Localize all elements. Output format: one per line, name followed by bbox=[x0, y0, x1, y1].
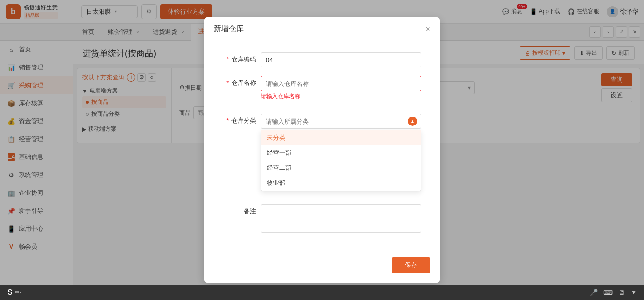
warehouse-category-label: * 仓库分类 bbox=[223, 114, 261, 125]
bottom-mic-icon[interactable]: 🎤 bbox=[590, 289, 598, 296]
warehouse-name-label: * 仓库名称 bbox=[223, 76, 261, 87]
category-input[interactable] bbox=[261, 114, 421, 129]
required-star-cat: * bbox=[226, 117, 229, 124]
bottom-bar: S 中· 🎤 ⌨ 🖥 ▼ bbox=[0, 285, 644, 300]
warehouse-code-row: * 仓库编码 bbox=[223, 52, 421, 67]
category-select-wrapper: ▲ 未分类 经营一部 经营二部 物业部 bbox=[261, 114, 421, 129]
brand-s-icon: S bbox=[8, 288, 13, 297]
dropdown-item-dept3[interactable]: 物业部 bbox=[261, 175, 421, 191]
bottom-brand-label: 中· bbox=[15, 289, 21, 296]
category-dropdown: 未分类 经营一部 经营二部 物业部 bbox=[261, 130, 421, 191]
warehouse-remark-label: 备注 bbox=[223, 204, 261, 216]
warehouse-code-label: * 仓库编码 bbox=[223, 52, 261, 64]
modal-body: * 仓库编码 * 仓库名称 请输入仓库名称 * 仓库分类 ▲ bbox=[204, 41, 440, 252]
warehouse-remark-textarea[interactable] bbox=[261, 204, 421, 233]
dropdown-item-unclassified[interactable]: 未分类 bbox=[261, 130, 421, 145]
bottom-keyboard-icon[interactable]: ⌨ bbox=[603, 289, 613, 296]
warehouse-code-input[interactable] bbox=[261, 52, 421, 67]
bottom-arrow-icon[interactable]: ▼ bbox=[631, 289, 636, 296]
name-error-message: 请输入仓库名称 bbox=[261, 92, 421, 100]
modal-add-warehouse: 新增仓库 × * 仓库编码 * 仓库名称 请输入仓库名称 * bbox=[204, 17, 440, 283]
warehouse-remark-row: 备注 bbox=[223, 204, 421, 233]
required-star-name: * bbox=[226, 79, 229, 86]
modal-save-button[interactable]: 保存 bbox=[392, 257, 430, 273]
dropdown-item-dept2[interactable]: 经营二部 bbox=[261, 160, 421, 175]
category-toggle-button[interactable]: ▲ bbox=[408, 117, 417, 126]
warehouse-name-input[interactable] bbox=[261, 76, 421, 91]
modal-close-button[interactable]: × bbox=[425, 25, 430, 33]
required-star-code: * bbox=[226, 56, 229, 63]
modal-header: 新增仓库 × bbox=[204, 17, 440, 41]
dropdown-item-dept1[interactable]: 经营一部 bbox=[261, 145, 421, 160]
warehouse-category-row: * 仓库分类 ▲ 未分类 经营一部 经营二部 物业部 bbox=[223, 114, 421, 129]
warehouse-name-row: * 仓库名称 请输入仓库名称 bbox=[223, 76, 421, 100]
bottom-monitor-icon[interactable]: 🖥 bbox=[619, 289, 625, 296]
modal-title: 新增仓库 bbox=[214, 24, 244, 34]
modal-footer: 保存 bbox=[204, 252, 440, 283]
